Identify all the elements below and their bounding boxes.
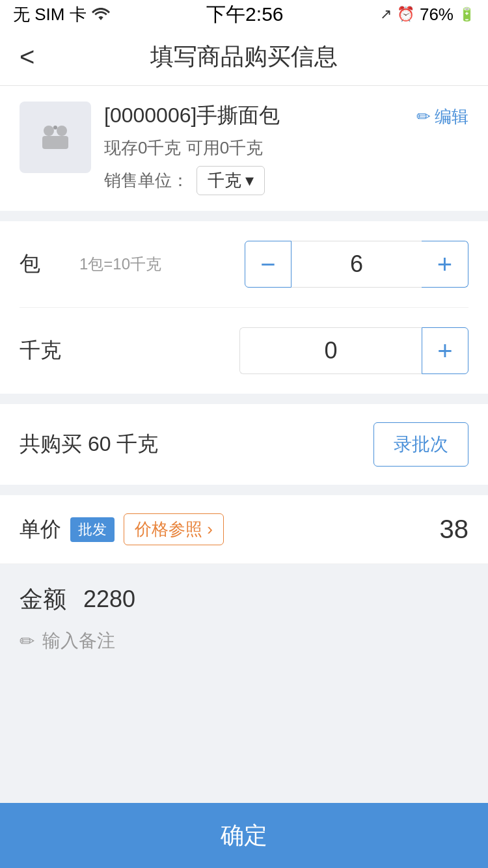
bao-input[interactable] xyxy=(291,241,422,288)
location-icon: ↗ xyxy=(380,6,392,23)
svg-point-3 xyxy=(53,126,57,129)
page-title: 填写商品购买信息 xyxy=(150,41,338,73)
edit-button[interactable]: ✏ 编辑 xyxy=(416,105,468,128)
amount-value: 2280 xyxy=(83,586,135,612)
product-name: [0000006]手撕面包 xyxy=(104,102,468,130)
svg-point-0 xyxy=(44,126,54,136)
batch-button[interactable]: 录批次 xyxy=(373,422,468,467)
bao-label: 包 xyxy=(20,250,72,278)
remark-row[interactable]: ✏ 输入备注 xyxy=(20,629,468,653)
status-left: 无 SIM 卡 xyxy=(13,3,110,26)
amount-row: 金额 2280 xyxy=(20,584,468,616)
battery-icon: 🔋 xyxy=(459,7,475,22)
input-section: 包 1包=10千克 − + 千克 + xyxy=(0,221,488,394)
bao-controls: − + xyxy=(245,241,468,288)
status-bar: 无 SIM 卡 下午2:56 ↗ ⏰ 76% 🔋 xyxy=(0,0,488,29)
bao-hint: 1包=10千克 xyxy=(79,254,245,275)
kg-plus-button[interactable]: + xyxy=(422,327,468,374)
alarm-icon: ⏰ xyxy=(397,6,414,23)
product-thumbnail-icon xyxy=(36,118,75,157)
kg-label: 千克 xyxy=(20,336,72,365)
kg-controls: + xyxy=(239,327,468,374)
chevron-down-icon: ▾ xyxy=(245,170,254,191)
status-right: ↗ ⏰ 76% 🔋 xyxy=(380,5,475,25)
bao-plus-button[interactable]: + xyxy=(422,241,468,288)
edit-icon: ✏ xyxy=(416,107,431,127)
pencil-icon: ✏ xyxy=(20,631,34,652)
nav-bar: < 填写商品购买信息 xyxy=(0,29,488,86)
product-image xyxy=(20,102,91,173)
unit-select[interactable]: 千克 ▾ xyxy=(197,166,265,195)
bao-input-row: 包 1包=10千克 − + xyxy=(20,221,468,308)
product-stock: 现存0千克 可用0千克 xyxy=(104,137,468,159)
spacer xyxy=(0,728,488,803)
carrier-text: 无 SIM 卡 xyxy=(13,3,87,26)
total-row: 共购买 60 千克 录批次 xyxy=(0,404,488,485)
svg-point-1 xyxy=(57,126,67,136)
bao-minus-button[interactable]: − xyxy=(245,241,291,288)
unit-label: 销售单位： xyxy=(104,169,189,192)
amount-section: 金额 2280 ✏ 输入备注 xyxy=(0,564,488,728)
wifi-icon xyxy=(92,5,110,25)
kg-input-row: 千克 + xyxy=(20,308,468,394)
product-info: [0000006]手撕面包 现存0千克 可用0千克 销售单位： 千克 ▾ xyxy=(104,102,468,195)
price-row: 单价 批发 价格参照 › 38 xyxy=(0,495,488,564)
battery-text: 76% xyxy=(420,5,454,25)
total-text: 共购买 60 千克 xyxy=(20,430,158,459)
price-label: 单价 xyxy=(20,515,61,544)
time-display: 下午2:56 xyxy=(206,1,283,28)
kg-input[interactable] xyxy=(239,327,422,374)
remark-placeholder: 输入备注 xyxy=(42,629,115,653)
confirm-button[interactable]: 确定 xyxy=(0,803,488,868)
price-ref-button[interactable]: 价格参照 › xyxy=(124,513,224,545)
amount-label: 金额 xyxy=(20,586,66,612)
price-value: 38 xyxy=(440,515,469,544)
price-section: 单价 批发 价格参照 › 38 xyxy=(0,495,488,564)
svg-rect-2 xyxy=(42,136,68,149)
back-button[interactable]: < xyxy=(20,42,34,72)
product-card: [0000006]手撕面包 现存0千克 可用0千克 销售单位： 千克 ▾ ✏ 编… xyxy=(0,86,488,211)
price-tag: 批发 xyxy=(70,517,115,542)
product-unit-row: 销售单位： 千克 ▾ xyxy=(104,166,468,195)
